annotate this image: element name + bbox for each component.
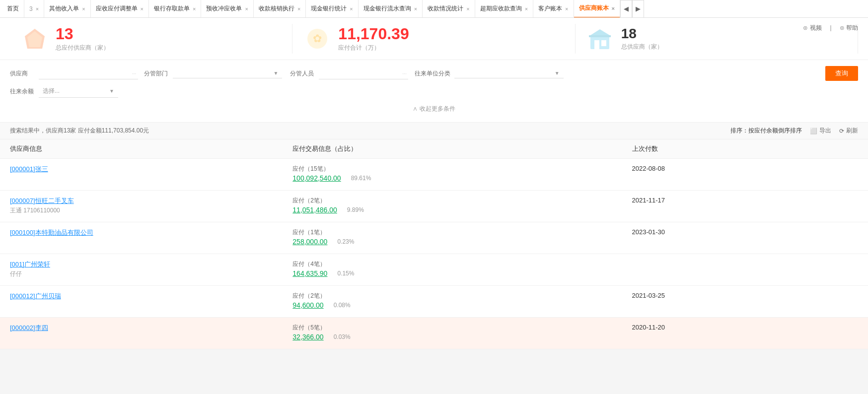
- result-right-actions: 排序：按应付余额倒序排序 ⬜ 导出 ⟳ 刷新: [730, 127, 858, 135]
- grain-icon: ✿: [302, 24, 332, 54]
- close-icon[interactable]: ×: [297, 6, 300, 12]
- svg-rect-5: [594, 40, 599, 49]
- chevron-down-icon: ▼: [273, 70, 278, 76]
- result-bar: 搜索结果中，供应商13家 应付金额111,703,854.00元 排序：按应付余…: [0, 123, 868, 139]
- filter-row-1: 供应商 ··· 分管部门 ▼ 分管人员 ··· 往来单位分类 ▼ 查询: [10, 66, 858, 81]
- filter-area: 供应商 ··· 分管部门 ▼ 分管人员 ··· 往来单位分类 ▼ 查询 往来: [0, 60, 868, 123]
- close-icon[interactable]: ×: [245, 6, 248, 12]
- export-icon: ⬜: [810, 128, 817, 134]
- lastpay-cell: 2020-11-20: [632, 324, 858, 331]
- nav-tab-home[interactable]: 首页: [2, 0, 24, 18]
- close-icon[interactable]: ×: [414, 6, 417, 12]
- close-icon[interactable]: ×: [36, 6, 39, 12]
- query-button[interactable]: 查询: [825, 66, 858, 81]
- nav-next-button[interactable]: ▶: [632, 0, 644, 18]
- category-filter-select[interactable]: ▼: [454, 68, 564, 78]
- filter-supplier: 供应商 ···: [10, 68, 136, 79]
- dept-filter-select[interactable]: ▼: [173, 68, 282, 78]
- nav-tab-cashbank-flow[interactable]: 现金银行流水查询 ×: [359, 0, 423, 18]
- nav-tab-other-income[interactable]: 其他收入单 ×: [44, 0, 90, 18]
- nav-tab-t1[interactable]: 3 ×: [24, 0, 44, 18]
- table-row: [000100]本特勤油品有限公司 应付（1笔） 258,000.00 0.23…: [0, 222, 868, 254]
- nav-tab-collection-stats[interactable]: 收款情况统计 ×: [423, 0, 475, 18]
- transaction-amount-link[interactable]: 94,600.00: [292, 301, 323, 309]
- balance-filter-label: 往来余额: [10, 87, 35, 96]
- sort-label[interactable]: 排序：按应付余额倒序排序: [730, 127, 802, 135]
- refresh-icon: ⟳: [839, 128, 844, 134]
- balance-filter-select[interactable]: 选择... ▼: [39, 85, 118, 98]
- lastpay-cell: 2021-11-17: [632, 197, 858, 204]
- nav-prev-button[interactable]: ◀: [620, 0, 632, 18]
- header-actions: ⊙ 视频 ｜ ⊙ 帮助: [803, 24, 858, 32]
- lastpay-date: 2023-01-30: [632, 228, 665, 236]
- supplier-link[interactable]: [001]广州荣轩: [10, 261, 50, 268]
- lastpay-cell: 2022-08-08: [632, 165, 858, 172]
- transaction-amount-link[interactable]: 100,092,540.00: [292, 174, 341, 182]
- video-link[interactable]: ⊙ 视频: [803, 24, 821, 32]
- collapse-bar[interactable]: ∧ 收起更多条件: [10, 102, 858, 116]
- filter-dept: 分管部门 ▼: [144, 68, 282, 78]
- nav-tab-collection[interactable]: 收款核销执行 ×: [254, 0, 306, 18]
- diamond-icon: [20, 24, 50, 54]
- supplier-filter-input[interactable]: [39, 68, 138, 79]
- transaction-cell: 应付（5笔） 32,366.00 0.03%: [292, 324, 632, 341]
- transaction-amount-link[interactable]: 11,051,486.00: [292, 206, 337, 214]
- svg-text:✿: ✿: [313, 32, 322, 45]
- total-suppliers-count: 18: [621, 27, 663, 41]
- close-icon[interactable]: ×: [193, 6, 196, 12]
- balance-placeholder: 选择...: [43, 87, 107, 95]
- total-suppliers-label: 总供应商（家）: [621, 43, 663, 51]
- filter-category: 往来单位分类 ▼: [415, 68, 564, 78]
- supplier-filter-label: 供应商: [10, 69, 35, 78]
- table-row: [001]广州荣轩 仔仔 应付（4笔） 164,635.90 0.15%: [0, 254, 868, 286]
- nav-tab-cashbank-stats[interactable]: 现金银行统计 ×: [306, 0, 358, 18]
- supplier-info-cell: [000012]广州贝瑞: [10, 292, 292, 301]
- lastpay-date: 2021-11-17: [632, 197, 665, 204]
- close-icon[interactable]: ×: [466, 6, 469, 12]
- table-row: [000001]张三 应付（15笔） 100,092,540.00 89.61%…: [0, 159, 868, 191]
- person-ellipsis: ···: [402, 71, 406, 76]
- person-filter-input[interactable]: [319, 68, 408, 79]
- close-icon[interactable]: ×: [565, 6, 568, 12]
- table-area: 供应商信息 应付交易信息（占比） 上次付数 [000001]张三 应付（15笔）…: [0, 139, 868, 349]
- transaction-label: 应付（15笔）: [292, 165, 632, 173]
- transaction-label: 应付（2笔）: [292, 197, 632, 205]
- table-row: [000012]广州贝瑞 应付（2笔） 94,600.00 0.08% 2021…: [0, 286, 868, 318]
- supplier-link[interactable]: [000001]张三: [10, 165, 48, 173]
- supplier-link[interactable]: [000012]广州贝瑞: [10, 292, 61, 300]
- nav-tab-customer-ledger[interactable]: 客户账本 ×: [533, 0, 574, 18]
- svg-marker-7: [589, 29, 611, 36]
- transaction-cell: 应付（2笔） 11,051,486.00 9.89%: [292, 197, 632, 214]
- close-icon[interactable]: ×: [350, 6, 353, 12]
- nav-tab-bank[interactable]: 银行存取款单 ×: [149, 0, 201, 18]
- transaction-amount-link[interactable]: 32,366.00: [292, 333, 323, 341]
- supplier-info-cell: [001]广州荣轩 仔仔: [10, 260, 292, 278]
- transaction-cell: 应付（2笔） 94,600.00 0.08%: [292, 292, 632, 309]
- transaction-label: 应付（4笔）: [292, 260, 632, 268]
- nav-tab-prepay[interactable]: 预收冲应收单 ×: [201, 0, 253, 18]
- nav-tab-overdue[interactable]: 超期应收款查询 ×: [475, 0, 533, 18]
- supplier-ellipsis: ···: [132, 71, 136, 76]
- supplier-link[interactable]: [000007]恒旺二手叉车: [10, 197, 74, 204]
- transaction-pct: 0.03%: [334, 333, 351, 340]
- lastpay-date: 2020-11-20: [632, 324, 665, 331]
- nav-tab-adjustment[interactable]: 应收应付调整单 ×: [91, 0, 149, 18]
- supplier-info-cell: [000002]李四: [10, 324, 292, 332]
- transaction-amount-link[interactable]: 164,635.90: [292, 269, 327, 277]
- payable-suppliers-count: 13: [56, 26, 109, 42]
- help-link[interactable]: ⊙ 帮助: [840, 24, 858, 32]
- lastpay-cell: 2023-01-30: [632, 228, 858, 236]
- stat-payable-total: ✿ 11,170.39 应付合计（万）: [292, 24, 575, 54]
- close-icon[interactable]: ×: [82, 6, 85, 12]
- transaction-amount-link[interactable]: 258,000.00: [292, 238, 327, 246]
- nav-tab-supplier-ledger[interactable]: 供应商账本 ×: [574, 0, 620, 18]
- person-filter-label: 分管人员: [290, 69, 315, 78]
- transaction-label: 应付（1笔）: [292, 228, 632, 237]
- close-icon[interactable]: ×: [141, 6, 144, 12]
- supplier-link[interactable]: [000002]李四: [10, 324, 48, 331]
- close-icon[interactable]: ×: [612, 5, 615, 11]
- refresh-button[interactable]: ⟳ 刷新: [839, 127, 858, 135]
- supplier-link[interactable]: [000100]本特勤油品有限公司: [10, 229, 93, 236]
- export-button[interactable]: ⬜ 导出: [810, 127, 831, 135]
- close-icon[interactable]: ×: [525, 6, 528, 12]
